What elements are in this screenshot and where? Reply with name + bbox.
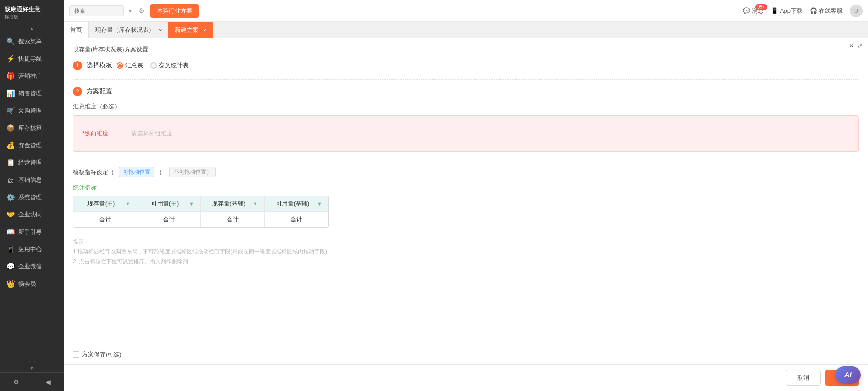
sidebar-label-apps: 应用中心 — [18, 245, 42, 253]
sidebar-bottom: ⚙ ◀ — [0, 372, 64, 391]
tab-new-scheme-close[interactable]: × — [203, 27, 206, 33]
dimension-area[interactable]: *纵向维度 —— 请选择分组维度 — [73, 115, 859, 152]
panel-close-icon[interactable]: × — [849, 42, 853, 50]
header-chevron-3[interactable]: ▼ — [317, 201, 322, 206]
stats-data-cell-2: 合计 — [201, 212, 265, 227]
tips-item-1: 1.拖动标题栏可以调整布局，不可跨维度或指标区域拖动栏目字段(只能在同一维度或指… — [73, 248, 327, 255]
sidebar-label-basic: 基础信息 — [18, 176, 42, 184]
sidebar-collapse-btn[interactable]: ◀ — [42, 376, 54, 387]
sidebar-icon-inventory: 📦 — [6, 124, 15, 132]
sidebar-item-vip[interactable]: 👑 畅会员 — [0, 275, 64, 293]
tab-new-scheme[interactable]: 新建方案 × — [168, 22, 213, 38]
tabs-bar: 首页 现存量（库存状况表） × 新建方案 × — [64, 22, 868, 38]
sidebar-icon-vip: 👑 — [6, 280, 15, 288]
sidebar-icon-sales: 📊 — [6, 89, 15, 98]
stats-header-cell-0[interactable]: 现存量(主) ▼ — [73, 196, 137, 211]
sidebar-scroll-up[interactable]: ▲ — [0, 24, 64, 33]
tab-inventory-close[interactable]: × — [159, 27, 162, 33]
topbar-gear-icon[interactable]: ⚙ — [138, 6, 145, 15]
radio-summary-label: 汇总表 — [125, 62, 143, 70]
sidebar-icon-finance: 💰 — [6, 141, 15, 149]
tab-home-label: 首页 — [70, 26, 82, 34]
bottom-bar: 方案保存(可选) — [64, 345, 868, 364]
dimension-field-label: 汇总维度（必选） — [73, 103, 859, 111]
sidebar-item-marketing[interactable]: 🎁 营销推广 — [0, 67, 64, 85]
brand-sub: 标准版 — [5, 14, 59, 20]
sidebar-item-management[interactable]: 📋 经营管理 — [0, 154, 64, 171]
footer-actions: 取消 查询 — [64, 364, 868, 391]
stats-data-cell-1: 合计 — [137, 212, 201, 227]
indicator-setting-label: 模板指标设定（ — [73, 168, 114, 176]
header-chevron-2[interactable]: ▼ — [253, 201, 258, 206]
tab-home[interactable]: 首页 — [64, 22, 89, 38]
sidebar-label-nav: 快捷导航 — [18, 55, 42, 63]
sidebar-item-system[interactable]: ⚙️ 系统管理 — [0, 189, 64, 206]
main-wrap: ▼ ⚙ 体验行业方案 💬 消息 99+ 📱 App下载 🎧 在线客服 U 首页 — [64, 0, 868, 391]
sidebar-item-inventory[interactable]: 📦 库存核算 — [0, 119, 64, 137]
stats-header-row: 现存量(主) ▼ 可用量(主) ▼ 现存量(基辅) ▼ 可用量(基辅) — [73, 196, 328, 211]
sidebar-icon-nav: ⚡ — [6, 55, 15, 63]
sidebar-scroll-down[interactable]: ▼ — [0, 364, 64, 372]
dimension-placeholder: 请选择分组维度 — [131, 129, 173, 138]
sidebar-item-finance[interactable]: 💰 资金管理 — [0, 137, 64, 154]
ai-bubble[interactable]: Ai — [835, 366, 861, 384]
data-label-3: 合计 — [271, 216, 322, 224]
dimension-dash: —— — [114, 130, 126, 137]
sidebar-item-basic[interactable]: 🗂 基础信息 — [0, 171, 64, 189]
sidebar-label-vip: 畅会员 — [18, 280, 36, 288]
topbar-msg[interactable]: 💬 消息 99+ — [743, 7, 764, 15]
topbar-app[interactable]: 📱 App下载 — [771, 7, 802, 15]
service-label: 在线客服 — [819, 7, 842, 15]
save-option[interactable]: 方案保存(可选) — [73, 350, 859, 359]
radio-cross[interactable]: 交叉统计表 — [150, 62, 189, 70]
sidebar-label-search: 搜索菜单 — [18, 37, 42, 46]
save-checkbox[interactable] — [73, 351, 79, 358]
sidebar-icon-system: ⚙️ — [6, 193, 15, 201]
section-2: 2 方案配置 汇总维度（必选） *纵向维度 —— 请选择分组维度 模板指标设定（… — [73, 87, 859, 267]
sidebar-item-sales[interactable]: 📊 销售管理 — [0, 85, 64, 102]
app-icon: 📱 — [771, 7, 778, 14]
panel-expand-icon[interactable]: ⤢ — [857, 42, 863, 50]
save-label: 方案保存(可选) — [82, 350, 122, 359]
cancel-button[interactable]: 取消 — [786, 370, 821, 386]
stats-table: 现存量(主) ▼ 可用量(主) ▼ 现存量(基辅) ▼ 可用量(基辅) — [73, 196, 329, 228]
topbar-avatar[interactable]: U — [850, 5, 863, 17]
indicator-setting: 模板指标设定（ 可拖动位置 ） 不可拖动位置） — [73, 167, 859, 177]
stats-header-cell-3[interactable]: 可用量(基辅) ▼ — [265, 196, 328, 211]
trial-industry-btn[interactable]: 体验行业方案 — [150, 4, 199, 18]
stats-header-cell-1[interactable]: 可用量(主) ▼ — [137, 196, 201, 211]
divider-1 — [73, 79, 859, 80]
topbar-dropdown-icon[interactable]: ▼ — [128, 8, 133, 14]
sidebar-item-apps[interactable]: 📱 应用中心 — [0, 241, 64, 258]
msg-badge: 99+ — [755, 4, 767, 10]
tab-inventory-label: 现存量（库存状况表） — [95, 26, 154, 34]
sidebar-item-guide[interactable]: 📖 新手引导 — [0, 223, 64, 241]
tips-item-2: 2. 点击标题栏下拉可设置排序、插入列和删除列 — [73, 258, 188, 265]
sidebar-item-wechat[interactable]: 💬 企业微信 — [0, 258, 64, 275]
header-chevron-1[interactable]: ▼ — [189, 201, 194, 206]
sidebar-item-search[interactable]: 🔍 搜索菜单 — [0, 33, 64, 50]
sidebar-icon-apps: 📱 — [6, 245, 15, 253]
sidebar-item-nav[interactable]: ⚡ 快捷导航 — [0, 50, 64, 67]
template-radio-group: 汇总表 交叉统计表 — [117, 62, 189, 70]
stats-data-cell-0: 合计 — [73, 212, 137, 227]
topbar-service[interactable]: 🎧 在线客服 — [810, 7, 842, 15]
header-chevron-0[interactable]: ▼ — [125, 201, 130, 206]
divider-2 — [73, 159, 859, 159]
tab-inventory[interactable]: 现存量（库存状况表） × — [89, 22, 168, 38]
topbar-search-input[interactable] — [69, 5, 124, 16]
sidebar-icon-cooperation: 🤝 — [6, 211, 15, 219]
header-label-1: 可用量(主) — [143, 200, 186, 208]
radio-summary[interactable]: 汇总表 — [117, 62, 143, 70]
sidebar-item-cooperation[interactable]: 🤝 企业协同 — [0, 206, 64, 223]
tab-new-scheme-label: 新建方案 — [175, 26, 199, 34]
stats-header-cell-2[interactable]: 现存量(基辅) ▼ — [201, 196, 265, 211]
sidebar-settings-btn[interactable]: ⚙ — [10, 376, 23, 387]
sidebar-icon-marketing: 🎁 — [6, 72, 15, 80]
tips-section: 提示： 1.拖动标题栏可以调整布局，不可跨维度或指标区域拖动栏目字段(只能在同一… — [73, 237, 859, 267]
sidebar-label-finance: 资金管理 — [18, 141, 42, 149]
sidebar-item-purchase[interactable]: 🛒 采购管理 — [0, 102, 64, 119]
sidebar-label-system: 系统管理 — [18, 193, 42, 201]
brand-name: 畅康通好生意 — [5, 5, 59, 14]
data-label-0: 合计 — [80, 216, 130, 224]
